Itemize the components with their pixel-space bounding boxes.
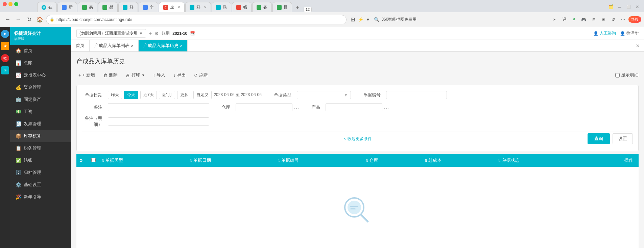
gear-settings-icon[interactable]: ⚙ bbox=[79, 158, 83, 163]
ext-360-icon[interactable]: e bbox=[1, 30, 9, 38]
setting-btn[interactable]: 设置 bbox=[613, 133, 633, 144]
company-selector[interactable]: (勿删勿禁用）江西服宝测试专用 ▼ bbox=[76, 29, 146, 38]
hot-search-btn[interactable]: 热搜 bbox=[628, 16, 641, 23]
reload2-btn[interactable]: ↺ bbox=[610, 17, 617, 23]
ext-mail-icon[interactable]: ✉ bbox=[1, 66, 9, 74]
breadcrumb-history-close[interactable]: ✕ bbox=[180, 44, 183, 48]
lightning-icon[interactable]: ⚡ bbox=[358, 17, 363, 22]
url-bar[interactable]: 🔒 https://cloud.chanjet.com/accounting/u… bbox=[46, 15, 347, 24]
back-btn[interactable]: ← bbox=[3, 15, 12, 24]
tab-8[interactable]: 好 ✕ bbox=[185, 2, 211, 12]
import-btn[interactable]: ↑ 导入 bbox=[151, 71, 168, 80]
tab-4[interactable]: 易 bbox=[98, 2, 118, 12]
tab-6[interactable]: 个 bbox=[139, 2, 158, 12]
more-btn[interactable]: ⋯ bbox=[619, 17, 627, 23]
sidebar-item-finance[interactable]: 💰 资金管理 bbox=[10, 81, 71, 93]
date-more-btn[interactable]: 更多 bbox=[177, 91, 191, 99]
breadcrumb-history[interactable]: 产成品入库单历史 ✕ bbox=[139, 40, 188, 51]
yuan-btn[interactable]: ¥ bbox=[571, 17, 577, 23]
product-input[interactable] bbox=[326, 103, 382, 111]
theme-btn[interactable]: ☀ bbox=[600, 17, 607, 23]
scissors-btn[interactable]: ✂ bbox=[551, 17, 558, 23]
service-btn[interactable]: 👤 人工咨询 bbox=[593, 30, 616, 36]
page-panel-close-btn[interactable]: ✕ bbox=[632, 40, 644, 51]
sidebar-item-salary[interactable]: 💵 工资 bbox=[10, 106, 71, 118]
tab-7[interactable]: C 企 ✕ bbox=[159, 2, 185, 12]
minimize-btn[interactable]: ─ bbox=[616, 3, 624, 11]
warehouse-input[interactable] bbox=[236, 103, 292, 111]
tab-5[interactable]: 好 bbox=[118, 2, 138, 12]
breadcrumb-home[interactable]: 首页 bbox=[71, 40, 90, 51]
show-cols-toggle[interactable]: 显示明细 bbox=[615, 72, 639, 78]
table-col-type[interactable]: ⇅ 单据类型 bbox=[99, 154, 187, 167]
new-tab-btn[interactable]: + bbox=[293, 3, 302, 12]
table-col-date[interactable]: ⇅ 单据日期 bbox=[187, 154, 275, 167]
calendar-icon[interactable]: 📅 bbox=[190, 31, 195, 36]
query-btn[interactable]: 查询 bbox=[588, 133, 610, 144]
print-btn[interactable]: 🖨 打印 ▼ bbox=[124, 71, 147, 80]
export-btn[interactable]: ↓ 导出 bbox=[171, 71, 188, 80]
tab-3[interactable]: 易 bbox=[78, 2, 97, 12]
restore-btn[interactable]: 🗂️ bbox=[607, 3, 615, 11]
sidebar-item-reports[interactable]: 📈 云报表中心 bbox=[10, 69, 71, 81]
sidebar-item-settlement[interactable]: ✅ 结账 bbox=[10, 154, 71, 166]
tab-8-close[interactable]: ✕ bbox=[204, 5, 207, 9]
grid-icon[interactable]: ⊞ bbox=[351, 16, 355, 23]
ext-star-icon[interactable]: ★ bbox=[1, 42, 9, 50]
restore-size-btn[interactable]: ⬜ bbox=[624, 3, 633, 11]
product-dots-btn[interactable]: … bbox=[384, 104, 389, 110]
sidebar-item-tax[interactable]: 📋 税务管理 bbox=[10, 142, 71, 154]
close-btn[interactable]: ✕ bbox=[633, 3, 641, 11]
tab-1[interactable]: 在 在 bbox=[37, 2, 57, 12]
date-1month-btn[interactable]: 近1月 bbox=[159, 91, 175, 99]
sidebar-item-settings[interactable]: ⚙️ 基础设置 bbox=[10, 179, 71, 191]
refresh-btn[interactable]: ↺ 刷新 bbox=[192, 71, 210, 80]
minimize-window-btn[interactable] bbox=[8, 2, 13, 6]
date-yesterday-btn[interactable]: 昨天 bbox=[108, 91, 122, 99]
add-btn[interactable]: + + 新增 bbox=[76, 71, 97, 80]
forward-btn[interactable]: → bbox=[14, 15, 23, 24]
sidebar-item-inventory[interactable]: 📦 库存核算 bbox=[10, 130, 71, 142]
table-col-warehouse[interactable]: ⇅ 仓库 bbox=[363, 154, 422, 167]
warehouse-dots-btn[interactable]: … bbox=[294, 104, 299, 110]
sidebar-item-assets[interactable]: 🏢 固定资产 bbox=[10, 93, 71, 106]
chevron-down-icon[interactable]: ▼ bbox=[366, 17, 370, 22]
collapse-btn[interactable]: ∧ 收起更多条件 bbox=[343, 136, 372, 142]
table-col-number[interactable]: ⇅ 单据编号 bbox=[275, 154, 362, 167]
type-select[interactable]: ▼ bbox=[297, 91, 351, 99]
tab-11[interactable]: 各 bbox=[252, 2, 272, 12]
maximize-window-btn[interactable] bbox=[14, 2, 18, 6]
add-company-btn[interactable]: + bbox=[149, 30, 152, 37]
sidebar-item-guide[interactable]: 🎉 新年引导 bbox=[10, 191, 71, 203]
tab-12[interactable]: 目 bbox=[272, 2, 292, 12]
date-7days-btn[interactable]: 近7天 bbox=[140, 91, 157, 99]
delete-btn[interactable]: 🗑 删除 bbox=[101, 71, 120, 80]
game-btn[interactable]: 🎮 bbox=[579, 17, 588, 23]
settings-gear-btn[interactable]: ⚙ bbox=[154, 31, 159, 36]
table-col-total-cost[interactable]: ⇅ 总成本 bbox=[422, 154, 496, 167]
date-custom-btn[interactable]: 自定义 bbox=[193, 91, 212, 99]
note-input[interactable] bbox=[108, 103, 209, 111]
reload-btn[interactable]: ↻ bbox=[24, 15, 34, 24]
sidebar-item-home[interactable]: 🏠 首页 bbox=[10, 45, 71, 57]
table-col-gear[interactable]: ⚙ bbox=[76, 154, 89, 167]
table-col-status[interactable]: ⇅ 单据状态 bbox=[495, 154, 583, 167]
sidebar-item-invoice[interactable]: 🧾 发票管理 bbox=[10, 118, 71, 130]
close-window-btn[interactable] bbox=[3, 2, 7, 6]
tab-7-close[interactable]: ✕ bbox=[177, 5, 180, 9]
select-all-checkbox[interactable] bbox=[91, 158, 96, 162]
tab-9[interactable]: 腾 bbox=[212, 2, 231, 12]
sidebar-item-ledger[interactable]: 📊 总账 bbox=[10, 57, 71, 69]
home-btn[interactable]: 🏠 bbox=[35, 15, 45, 24]
breadcrumb-list-close[interactable]: ✕ bbox=[131, 44, 134, 48]
tab-10[interactable]: 畅 bbox=[232, 2, 252, 12]
date-today-btn[interactable]: 今天 bbox=[124, 91, 138, 99]
number-input[interactable] bbox=[386, 91, 447, 99]
show-cols-checkbox[interactable] bbox=[615, 73, 620, 77]
apps-btn[interactable]: ⊞ bbox=[590, 17, 598, 23]
breadcrumb-list[interactable]: 产成品入库单列表 ✕ bbox=[90, 40, 139, 51]
ext-weibo-icon[interactable]: 微 bbox=[1, 54, 9, 62]
translate-btn[interactable]: 译 bbox=[560, 16, 569, 23]
note-detail-input[interactable] bbox=[108, 117, 209, 126]
sidebar-item-archive[interactable]: 🗄️ 归档管理 bbox=[10, 166, 71, 179]
